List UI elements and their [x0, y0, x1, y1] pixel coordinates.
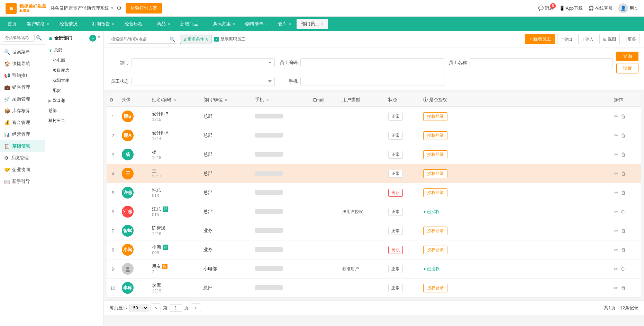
app-download-btn[interactable]: 📱 App下载 — [559, 5, 583, 11]
edit-icon[interactable]: ✏ — [614, 209, 618, 214]
tab-bom[interactable]: 物料清单× — [241, 19, 272, 29]
close-icon[interactable]: × — [47, 22, 49, 26]
query-btn[interactable]: 查询 — [616, 52, 638, 61]
sidebar-search-icon[interactable]: 🔍 — [36, 35, 42, 41]
tab-operation[interactable]: 经营情况× — [55, 19, 87, 29]
set-btn[interactable]: 设置 — [616, 63, 638, 73]
close-icon[interactable]: × — [145, 22, 147, 26]
tab-home[interactable]: 首页 — [3, 19, 21, 29]
close-icon[interactable]: × — [112, 22, 114, 26]
tab-customer[interactable]: 客户联络× — [22, 19, 54, 29]
delete-icon[interactable]: 🗑 — [621, 171, 626, 176]
delete-icon[interactable]: 🗑 — [621, 247, 626, 253]
close-icon[interactable]: × — [233, 22, 235, 26]
show-resigned-toggle[interactable]: ✓ 显示离职员工 — [214, 36, 245, 42]
dept-filter-select[interactable] — [131, 58, 275, 67]
phone-input[interactable] — [300, 77, 444, 86]
tab-profit[interactable]: 利润报告× — [87, 19, 119, 29]
tab-department[interactable]: 部门员工× — [297, 19, 328, 29]
more-actions-btn[interactable]: | 更多 — [622, 34, 640, 44]
trial-button[interactable]: 体验行业方案 — [126, 3, 162, 14]
dept-node-xiaodibu[interactable]: 小电部 — [45, 55, 103, 65]
col-dept[interactable]: 部门/职位 ⇅ — [201, 93, 252, 107]
dropdown-arrow-icon[interactable]: ▼ — [110, 6, 114, 10]
delete-icon[interactable]: 🗑 — [621, 190, 626, 195]
auth-login-btn[interactable]: 授权登录 — [423, 169, 447, 178]
dept-node-peihuo[interactable]: 配货 — [45, 86, 103, 96]
edit-icon[interactable]: ✏ — [614, 114, 618, 119]
close-icon[interactable]: × — [80, 22, 82, 26]
sidebar-item-business[interactable]: 📊 经营管理 — [0, 129, 45, 140]
auth-login-btn[interactable]: 授权登录 — [423, 227, 447, 235]
sidebar-item-finance[interactable]: 💰 资金管理 — [0, 117, 45, 129]
sidebar-search-input[interactable] — [3, 34, 35, 42]
delete-icon[interactable]: 🗑 — [621, 228, 626, 234]
sidebar-item-sales[interactable]: 💼 销售管理 — [0, 81, 45, 93]
close-icon[interactable]: × — [321, 22, 324, 26]
col-name[interactable]: 姓名/编码 ⇅ — [149, 93, 201, 107]
delete-icon[interactable]: 🗑 — [621, 133, 626, 138]
sidebar-item-purchase[interactable]: 🛒 采购管理 — [0, 93, 45, 105]
view-btn[interactable]: ⊞ 视图 — [599, 34, 620, 44]
delete-icon[interactable]: 🗑 — [621, 285, 626, 291]
sort-name-icon[interactable]: ⇅ — [173, 98, 176, 102]
edit-icon[interactable]: ✏ — [614, 190, 618, 195]
sidebar-item-collab[interactable]: 🤝 企业协同 — [0, 164, 45, 176]
edit-icon[interactable]: ✏ — [614, 171, 618, 176]
dept-node-zongbu[interactable]: 总部 — [45, 106, 103, 116]
auth-login-btn[interactable]: 授权登录 — [423, 150, 447, 159]
close-icon[interactable]: × — [200, 22, 202, 26]
delete-icon[interactable]: 🗑 — [621, 152, 626, 157]
auth-login-btn[interactable]: 授权登录 — [423, 188, 447, 197]
edit-icon[interactable]: ✏ — [614, 152, 618, 157]
dept-node-xiangmu[interactable]: 项目库房 — [45, 65, 103, 76]
delete-icon[interactable]: 🗑 — [621, 114, 626, 119]
close-icon[interactable]: × — [289, 22, 291, 26]
sidebar-item-inventory[interactable]: 📦 库存核算 — [0, 105, 45, 117]
edit-icon[interactable]: ✏ — [614, 228, 618, 234]
emp-code-input[interactable] — [300, 58, 444, 67]
next-page-btn[interactable]: ＞ — [191, 303, 201, 312]
edit-icon[interactable]: ✏ — [614, 266, 618, 272]
settings-icon[interactable]: ⚙ — [117, 5, 121, 11]
dept-node-shuangfei[interactable]: ▶ 双废想 — [45, 96, 103, 106]
sort-phone-icon[interactable]: ⇅ — [266, 98, 269, 102]
col-phone[interactable]: 手机 ⇅ — [252, 93, 310, 107]
auth-login-btn[interactable]: 授权登录 — [423, 112, 447, 121]
tab-add-goods[interactable]: 新增商品× — [175, 19, 207, 29]
close-icon[interactable]: × — [265, 22, 267, 26]
tab-goods[interactable]: 商品× — [152, 19, 175, 29]
sidebar-item-quicknav[interactable]: 🏠 快捷导航 — [0, 58, 45, 70]
search-input[interactable] — [108, 35, 177, 44]
tab-history[interactable]: 经营历程× — [120, 19, 152, 29]
copy-icon[interactable]: ⊙ — [621, 266, 625, 272]
auth-login-btn[interactable]: 授权登录 — [423, 246, 447, 254]
emp-status-select[interactable] — [131, 77, 275, 86]
page-number-input[interactable] — [170, 304, 182, 312]
dept-node-zhishu[interactable]: 植树王二 — [45, 116, 103, 126]
col-settings[interactable]: ⚙ — [107, 93, 119, 107]
more-filters-btn[interactable]: ⊿ 更多条件 ∧ — [180, 35, 211, 44]
dept-add-icon[interactable]: + — [89, 35, 96, 42]
copy-icon[interactable]: ⊙ — [621, 209, 625, 214]
online-service-btn[interactable]: 🎧 在线客服 — [588, 5, 613, 11]
sort-dept-icon[interactable]: ⇅ — [225, 98, 227, 102]
import-btn[interactable]: ↓ 导入 — [578, 34, 597, 44]
close-icon[interactable]: × — [168, 22, 170, 26]
sidebar-item-guide[interactable]: 📖 新手引导 — [0, 176, 45, 187]
per-page-select[interactable]: 50 100 200 — [129, 304, 148, 312]
sidebar-item-system[interactable]: ⚙ 系统管理 — [0, 152, 45, 164]
user-menu[interactable]: 👤 用友 — [618, 3, 638, 13]
dept-node-zongbu-parent[interactable]: ▼ 总部 — [45, 45, 103, 55]
search-submit-icon[interactable]: 🔍 — [170, 37, 175, 42]
auth-login-btn[interactable]: 授权登录 — [423, 284, 447, 292]
sidebar-item-marketing[interactable]: 📢 营销推广 — [0, 70, 45, 81]
add-employee-btn[interactable]: + 新增员工 — [525, 34, 555, 44]
edit-icon[interactable]: ✏ — [614, 247, 618, 253]
tab-barcode[interactable]: 条码方案× — [208, 19, 240, 29]
sidebar-item-search[interactable]: 🔍 搜索菜单 — [0, 46, 45, 58]
prev-page-btn[interactable]: ＜ — [151, 303, 161, 312]
edit-icon[interactable]: ✏ — [614, 133, 618, 138]
message-badge[interactable]: 💬 消息 5 — [538, 5, 554, 11]
export-btn[interactable]: ↑ 导出 — [557, 34, 576, 44]
